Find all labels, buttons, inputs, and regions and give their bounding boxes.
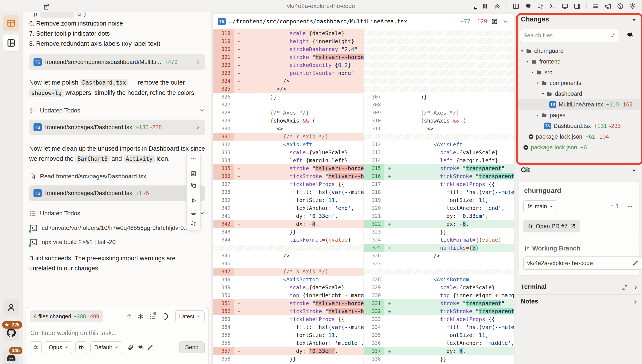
tree-file-Dashboard.tsx[interactable]: TSDashboard.tsx+131-233 xyxy=(517,120,640,131)
diff-row: 346 xyxy=(213,260,363,268)
diff-row: 345 /> xyxy=(213,252,363,260)
scroll-up-button[interactable] xyxy=(126,313,132,320)
view-diff-button[interactable] xyxy=(189,170,198,178)
diff-row: 330 top={innerHeight + margin.top} xyxy=(364,292,514,300)
rail-item-workspace-active[interactable] xyxy=(3,15,19,31)
search-files-input[interactable] xyxy=(523,32,608,39)
todos-status-button[interactable] xyxy=(149,313,156,320)
more-options-button[interactable] xyxy=(189,154,198,162)
rail-item-discord[interactable]: 346 xyxy=(3,350,19,364)
tree-folder-frontend[interactable]: frontend xyxy=(517,56,640,67)
file-change-chip-dashboard-2[interactable]: TS frontend/src/pages/Dashboard.tsx +1 -… xyxy=(29,186,205,201)
diff-row: 328 {/* Axes */} xyxy=(213,109,363,117)
diff-pane-new: 307 )}308309 {/* Axes */}310 {showAxis &… xyxy=(363,30,514,364)
diff-row: 335 fontSize: 11, xyxy=(364,331,514,339)
collapse-tree-icon[interactable] xyxy=(610,32,616,38)
tree-folder-components[interactable]: components xyxy=(517,78,640,88)
cat-view-button[interactable] xyxy=(625,30,634,40)
rail-item-github[interactable]: ★ 22k xyxy=(3,324,19,341)
diff-gap-row xyxy=(364,133,514,140)
composer-settings-button[interactable] xyxy=(30,341,42,353)
rail-item-account[interactable] xyxy=(3,299,19,316)
diff-row: 314 left={margin.left} xyxy=(364,156,514,164)
diff-row: 308 xyxy=(364,101,514,109)
branch-icon xyxy=(527,204,533,209)
chat-panel-button[interactable] xyxy=(524,2,532,10)
read-file-row[interactable]: Read frontend/src/pages/Dashboard.tsx xyxy=(29,173,205,180)
diff-row: 341 dy: '0.33em', xyxy=(213,212,363,220)
diff-row: 333 scale={valueScale} xyxy=(213,148,363,156)
file-change-chip-dashboard-1[interactable]: TS frontend/src/pages/Dashboard.tsx +130… xyxy=(29,120,205,135)
git-section-title: Git xyxy=(521,166,530,174)
git-more-button[interactable] xyxy=(626,202,634,210)
mode-dropdown[interactable]: Default xyxy=(90,341,122,353)
preview-button[interactable] xyxy=(189,208,198,216)
collapse-all-button[interactable] xyxy=(493,2,501,10)
diff-row: 336- tickStroke="hsl(var(--border))" xyxy=(213,172,363,180)
git-sync-button[interactable] xyxy=(536,2,544,10)
diff-row: 320 textAnchor: 'end', xyxy=(364,204,514,212)
tree-file-MultiLineArea.tsx[interactable]: TSMultiLineArea.tsx+110-162 xyxy=(517,99,640,110)
version-dropdown[interactable]: Latest xyxy=(175,310,205,322)
diff-row: 320- strokeDasharray="2,4" xyxy=(213,45,363,53)
diff-mode-button[interactable] xyxy=(491,18,498,25)
settings-button[interactable] xyxy=(629,2,636,10)
toggle-right-panel-button[interactable] xyxy=(573,2,581,10)
diff-row: 336 textAnchor: 'middle', xyxy=(364,339,514,347)
run-button[interactable] xyxy=(189,196,198,204)
terminal-expand-button[interactable] xyxy=(621,284,628,291)
model-dropdown[interactable]: Opus xyxy=(45,341,72,353)
menu-button[interactable] xyxy=(592,2,600,10)
open-pr-button[interactable]: Open PR #7 xyxy=(523,220,580,232)
file-change-chip-multilinearea[interactable]: TS frontend/src/components/dashboard/Mul… xyxy=(29,54,205,70)
git-compare-button[interactable] xyxy=(189,220,198,228)
tree-file-package-lock.json[interactable]: package-lock.json+6 xyxy=(517,142,640,153)
changes-collapse-caret[interactable] xyxy=(631,17,637,23)
terminal-open-caret[interactable] xyxy=(632,284,639,291)
diff-row: 323 }} xyxy=(364,228,514,236)
tree-folder-src[interactable]: src xyxy=(517,67,640,78)
terminal-button[interactable] xyxy=(549,2,556,10)
edit-branch-icon[interactable] xyxy=(632,260,638,266)
pull-request-icon xyxy=(527,224,533,229)
diff-row: 337 tickLabelProps={{ xyxy=(213,180,363,188)
notes-open-caret[interactable] xyxy=(632,299,639,306)
help-button[interactable] xyxy=(616,2,624,10)
updated-todos-row-2[interactable]: Updated Todos xyxy=(29,210,205,217)
send-button[interactable]: Send xyxy=(179,342,205,353)
branch-dropdown[interactable]: main xyxy=(523,200,557,212)
archive-box-icon[interactable] xyxy=(42,2,50,11)
rail-item-board[interactable] xyxy=(3,35,19,51)
working-branch-field[interactable]: vk/4e2a-explore-the-code xyxy=(523,256,642,270)
message-input[interactable]: Continue working on this task... xyxy=(26,325,209,336)
updated-todos-row[interactable]: Updated Todos xyxy=(29,107,205,114)
spark-icon[interactable] xyxy=(137,313,144,320)
pen-button[interactable] xyxy=(147,344,153,350)
chevron-right-icon xyxy=(195,59,201,65)
fast-forward-button[interactable] xyxy=(75,341,87,353)
folder-icon xyxy=(526,48,532,54)
pause-button[interactable] xyxy=(481,2,489,10)
files-changed-chip[interactable]: 4 files changed +308 -499 xyxy=(30,310,103,322)
tree-file-package-lock.json[interactable]: package-lock.json+61-104 xyxy=(517,131,640,142)
terminal-section-title: Terminal xyxy=(521,283,546,290)
attach-file-button[interactable] xyxy=(128,344,134,350)
diff-row: 316+ tickStroke="transparent" xyxy=(364,172,514,180)
diff-row: 319 fontSize: 11, xyxy=(364,196,514,204)
tree-folder-churnguard[interactable]: churnguard xyxy=(517,46,640,56)
diff-row: 331- {/* Y Axis */} xyxy=(213,133,363,140)
tree-folder-dashboard[interactable]: dashboard xyxy=(517,88,640,99)
terminal-command-row-1[interactable]: cd /private/var/folders/10/h7w0q46556ggr… xyxy=(29,224,205,232)
cat-agent-button[interactable] xyxy=(137,344,144,351)
copy-button[interactable] xyxy=(189,181,198,189)
collapse-diff-button[interactable] xyxy=(502,18,509,25)
preview-monitor-button[interactable] xyxy=(561,2,569,10)
terminal-command-row-2[interactable]: npx vite build 2>&1 | tail -20 xyxy=(29,238,205,246)
git-collapse-caret[interactable] xyxy=(631,168,637,174)
toggle-left-panel-button[interactable] xyxy=(512,2,520,10)
diff-row: 333 tickLabelProps={{ xyxy=(364,315,514,323)
diff-row: 325- </> xyxy=(213,85,363,93)
diff-row: 321- stroke="hsl(var(--border))" xyxy=(213,53,363,61)
tree-folder-pages[interactable]: pages xyxy=(517,110,640,120)
announcements-button[interactable] xyxy=(604,2,612,10)
